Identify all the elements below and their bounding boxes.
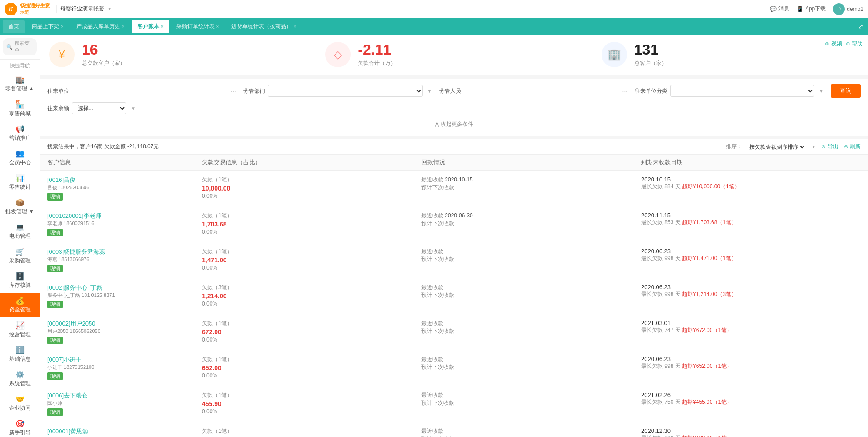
top-bar: 好 畅捷通好生意 示范 母婴行业演示账套 ▼ 💬 消息 📱 App下载 D de… <box>0 0 868 18</box>
sidebar-item-operations[interactable]: 📈 经营管理 <box>0 317 40 342</box>
customer-tag: 现销 <box>47 229 63 236</box>
sidebar-item-ecommerce[interactable]: 💻 电商管理 <box>0 219 40 244</box>
sidebar-search-area[interactable]: 🔍 搜索菜单 <box>0 35 40 60</box>
sidebar-item-guide[interactable]: 🎯 新手引导 <box>0 416 40 437</box>
customer-info-cell: [0001020001]李老师 李老师 18600391516 现销 <box>47 212 202 236</box>
filter-source-unit: 往来单位 ··· <box>47 86 236 96</box>
source-unit-dots[interactable]: ··· <box>231 87 236 95</box>
collapse-filters-btn[interactable]: ⋀ 收起更多条件 <box>47 119 861 130</box>
filter-balance: 往来余额 选择... ▼ <box>47 102 861 114</box>
logo-area: 好 畅捷通好生意 示范 母婴行业演示账套 ▼ <box>5 2 112 15</box>
close-tab-purchase[interactable]: × <box>216 24 219 29</box>
close-tab-product-list[interactable]: × <box>61 24 64 29</box>
customer-name-link[interactable]: [0002]服务中心_丁磊 <box>47 284 202 292</box>
stats-row: ¥ 16 总欠款客户（家） ◇ -2.11 欠款合计（万） 🏢 131 总客户（… <box>40 35 868 75</box>
debt-info-cell: 欠款（1笔） 455.90 0.00% <box>202 392 421 415</box>
customer-info-cell: [0007]小进干 小进干 18279152100 现销 <box>47 356 202 380</box>
category-select[interactable] <box>670 85 814 97</box>
balance-select[interactable]: 选择... <box>72 102 126 114</box>
close-tab-import[interactable]: × <box>293 24 296 29</box>
tab-product-list[interactable]: 商品上下架 × <box>26 20 69 33</box>
refresh-button[interactable]: ⊙ 刷新 <box>844 143 861 151</box>
debt-customers-icon: ¥ <box>49 42 75 67</box>
header-debt-info: 欠款交易信息（占比） <box>202 158 421 166</box>
close-tab-production[interactable]: × <box>122 24 125 29</box>
customer-name-link[interactable]: [0003]畅捷服务尹海蕊 <box>47 248 202 256</box>
sidebar-item-marketing[interactable]: 📢 营销推广 <box>0 121 40 146</box>
sidebar-item-finance[interactable]: 💰 资金管理 <box>0 293 40 317</box>
filter-category: 往来单位分类 ▼ <box>635 85 823 97</box>
video-link[interactable]: ⊙ 视频 <box>825 40 842 48</box>
table-row: [000002]用户2050 用户2050 18665062050 现销 欠款（… <box>40 314 868 350</box>
filter-row-1: 往来单位 ··· 分管部门 ▼ 分管人员 ··· 往来单位 <box>47 84 861 98</box>
minimize-btn[interactable]: — <box>840 22 852 31</box>
tab-home[interactable]: 首页 <box>3 20 25 33</box>
tab-production-history[interactable]: 产成品入库单历史 × <box>71 20 130 33</box>
maximize-btn[interactable]: ⤢ <box>855 22 866 31</box>
table-row: [0016]吕俊 吕俊 13026203696 现销 欠款（1笔） 10,000… <box>40 171 868 206</box>
dept-select[interactable] <box>268 85 423 97</box>
sidebar-item-system[interactable]: ⚙️ 系统管理 <box>0 367 40 391</box>
query-button[interactable]: 查询 <box>831 84 861 98</box>
customer-tag: 现销 <box>47 372 63 380</box>
logo-text: 畅捷通好生意 示范 <box>20 2 50 15</box>
search-icon: 🔍 <box>6 44 13 50</box>
stat-card-total-customers: 🏢 131 总客户（家） ⊙ 视频 ⊙ 帮助 <box>592 35 868 75</box>
due-date-cell: 2020.12.30 最长欠款 808 天 超期¥429.00（1笔） <box>641 427 861 437</box>
export-button[interactable]: ⊙ 导出 <box>821 143 838 151</box>
overdue-link[interactable]: 超期¥1,703.68（1笔） <box>682 219 737 226</box>
help-link[interactable]: ⊙ 帮助 <box>846 40 863 48</box>
overdue-link[interactable]: 超期¥10,000.00（1笔） <box>682 183 740 190</box>
table-row: [0003]畅捷服务尹海蕊 海燕 18513066976 现销 欠款（1笔） 1… <box>40 242 868 278</box>
user-avatar[interactable]: D demo2 <box>833 3 863 15</box>
filter-area: 往来单位 ··· 分管部门 ▼ 分管人员 ··· 往来单位 <box>40 79 868 136</box>
table-row: [000001]黄思源 黄思源 13552700226 现销 欠款（1笔） 42… <box>40 422 868 437</box>
customer-name-link[interactable]: [0006]去下粮仓 <box>47 392 202 400</box>
customer-name-link[interactable]: [0007]小进干 <box>47 356 202 364</box>
person-dots[interactable]: ··· <box>622 87 628 95</box>
debt-customers-number: 16 <box>82 42 125 58</box>
filter-dept: 分管部门 ▼ <box>243 85 432 97</box>
sidebar-item-basic-info[interactable]: ℹ️ 基础信息 <box>0 342 40 367</box>
tab-purchase-stats[interactable]: 采购订单统计表 × <box>171 20 225 33</box>
sidebar-search-box[interactable]: 🔍 搜索菜单 <box>3 38 37 55</box>
repayment-cell: 最近收款 2020-10-15 预计下次收款 <box>421 176 641 191</box>
sidebar-item-retail-mall[interactable]: 🏪 零售商城 <box>0 96 40 121</box>
dept-arrow-icon: ▼ <box>427 89 432 94</box>
sidebar-item-inventory[interactable]: 🗄️ 库存核算 <box>0 268 40 293</box>
source-unit-input[interactable] <box>72 86 228 96</box>
repayment-cell: 最近收款 预计下次收款 <box>421 284 641 299</box>
customer-name-link[interactable]: [0001020001]李老师 <box>47 212 202 220</box>
debt-info-cell: 欠款（1笔） 652.00 0.00% <box>202 356 421 379</box>
due-date-cell: 2021.02.26 最长欠款 750 天 超期¥455.90（1笔） <box>641 392 861 406</box>
sidebar-item-collaboration[interactable]: 🤝 企业协同 <box>0 391 40 416</box>
sort-select[interactable]: 按欠款金额倒序排序 <box>748 143 806 151</box>
person-input[interactable] <box>464 86 620 96</box>
overdue-link[interactable]: 超期¥429.00（1笔） <box>682 435 732 437</box>
customer-name-link[interactable]: [000001]黄思源 <box>47 427 202 436</box>
debt-total-label: 欠款合计（万） <box>358 60 396 67</box>
app-download-btn[interactable]: 📱 App下载 <box>797 5 826 13</box>
sidebar-item-retail-mgmt[interactable]: 🏬 零售管理 ▲ <box>0 72 40 96</box>
overdue-link[interactable]: 超期¥455.90（1笔） <box>682 399 732 405</box>
overdue-link[interactable]: 超期¥672.00（1笔） <box>682 327 732 333</box>
message-btn[interactable]: 💬 消息 <box>770 5 789 13</box>
sidebar-item-retail-stats[interactable]: 📊 零售统计 <box>0 170 40 195</box>
tab-bar: 首页 商品上下架 × 产成品入库单历史 × 客户账本 × 采购订单统计表 × 进… <box>0 18 868 35</box>
customer-info-cell: [0002]服务中心_丁磊 服务中心_丁磊 181 0125 8371 现销 <box>47 284 202 308</box>
overdue-link[interactable]: 超期¥652.00（1笔） <box>682 363 732 369</box>
sidebar-item-purchase[interactable]: 🛒 采购管理 <box>0 244 40 268</box>
customer-name-link[interactable]: [0016]吕俊 <box>47 176 202 184</box>
customer-name-link[interactable]: [000002]用户2050 <box>47 320 202 328</box>
customer-info-cell: [0016]吕俊 吕俊 13026203696 现销 <box>47 176 202 201</box>
overdue-link[interactable]: 超期¥1,471.00（1笔） <box>682 255 737 261</box>
tab-customer-account[interactable]: 客户账本 × <box>132 20 169 33</box>
debt-customers-label: 总欠款客户（家） <box>82 60 125 67</box>
sidebar-item-wholesale[interactable]: 📦 批发管理 ▼ <box>0 195 40 219</box>
overdue-link[interactable]: 超期¥1,214.00（3笔） <box>682 291 737 297</box>
category-arrow-icon: ▼ <box>819 89 823 94</box>
header-customer-info: 客户信息 <box>47 158 202 166</box>
tab-import-stats[interactable]: 进货单统计表（按商品） × <box>226 20 301 33</box>
close-tab-customer[interactable]: × <box>161 24 164 29</box>
sidebar-item-member[interactable]: 👥 会员中心 <box>0 146 40 170</box>
